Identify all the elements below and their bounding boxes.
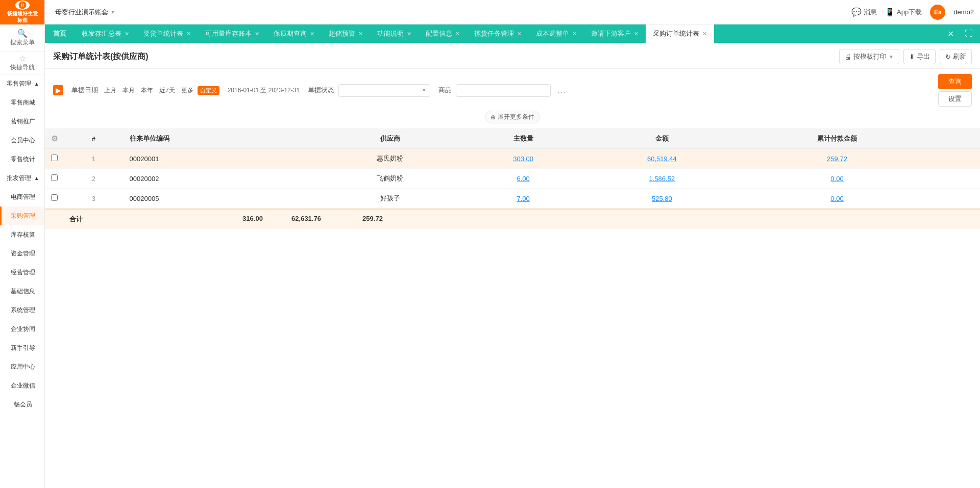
message-label: 消息 [864,8,877,17]
user-avatar[interactable]: Ea [930,5,945,20]
tab-home-label: 首页 [53,29,66,38]
footer-amount: 62,631.76 [278,215,334,224]
sidebar-item-operations[interactable]: 经营管理 [0,263,44,282]
date-custom-badge[interactable]: 自定义 [198,86,219,95]
sidebar-item-ecommerce[interactable]: 电商管理 [0,188,44,207]
table-row: 3 00020005 好孩子 7.00 525.80 0.00 [45,189,980,209]
close-tab-icon[interactable]: ✕ [702,31,707,37]
table-header-extra [934,129,980,149]
tab-kuyongliang[interactable]: 可用量库存账本 ✕ [198,24,266,43]
sidebar-item-label: 批发管理 [7,174,31,182]
goods-more-dots[interactable]: … [555,85,568,96]
sidebar-item-retail-mgmt[interactable]: 零售管理 ▲ [0,74,44,93]
tab-shoufacun[interactable]: 收发存汇总表 ✕ [75,24,136,43]
data-table: ⚙ # 往来单位编码 供应商 主数量 金额 累计付款金额 1 [45,129,980,209]
sidebar: 畅捷通好生意 标图 🔍 搜索菜单 ☆ 快捷导航 零售管理 ▲ 零售商城 营销推广… [0,0,45,488]
row-code: 00020001 [124,149,318,169]
tab-chaoyujing[interactable]: 超储预警 ✕ [322,24,370,43]
tab-jianhuo[interactable]: 拣货任务管理 ✕ [467,24,529,43]
goods-filter-label: 商品 [438,86,452,95]
row-paid: 0.00 [740,189,935,209]
sidebar-item-weixin[interactable]: 企业微信 [0,376,44,395]
filter-group-daterange: 2016-01-01 至 2023-12-31 [228,86,300,95]
sidebar-item-retail-shop[interactable]: 零售商城 [0,93,44,112]
date-shortcut-7days[interactable]: 近7天 [157,85,177,96]
export-label: 导出 [917,52,930,61]
date-shortcut-this-year[interactable]: 本年 [139,85,155,96]
sidebar-item-marketing[interactable]: 营销推广 [0,112,44,131]
row-checkbox[interactable] [45,189,64,209]
tab-close-all-icon[interactable]: ✕ [943,27,958,41]
table-header-code: 往来单位编码 [124,129,318,149]
tab-peizhi[interactable]: 配置信息 ✕ [419,24,467,43]
user-name[interactable]: demo2 [953,8,974,16]
close-tab-icon[interactable]: ✕ [634,31,639,37]
export-button[interactable]: ⬇ 导出 [903,49,936,64]
close-tab-icon[interactable]: ✕ [186,31,191,37]
status-select[interactable] [338,84,430,97]
workspace-selector[interactable]: 母婴行业演示账套 ▼ [51,6,119,19]
message-action[interactable]: 💬 消息 [851,7,877,17]
status-select-wrap [338,84,430,97]
date-shortcut-last-month[interactable]: 上月 [102,85,118,96]
filter-row-main: ▶ 单据日期 上月 本月 本年 近7天 更多 自定义 2016-01-01 至 … [53,74,972,107]
tab-yaoqing[interactable]: 邀请下游客户 ✕ [584,24,646,43]
expand-more-row: ⊕ 展开更多条件 [53,111,972,123]
refresh-button[interactable]: ↻ 刷新 [940,49,972,64]
close-tab-icon[interactable]: ✕ [125,31,129,37]
row-code: 00020005 [124,189,318,209]
sidebar-item-inventory[interactable]: 库存核算 [0,225,44,244]
print-button[interactable]: 🖨 按模板打印 ▼ [839,49,899,64]
query-button[interactable]: 查询 [938,74,972,89]
app-download-action[interactable]: 📱 App下载 [885,8,922,17]
row-checkbox[interactable] [45,169,64,189]
sidebar-quick-nav[interactable]: ☆ 快捷导航 [0,52,44,74]
close-tab-icon[interactable]: ✕ [455,31,460,37]
close-tab-icon[interactable]: ✕ [310,31,314,37]
tab-chengben[interactable]: 成本调整单 ✕ [529,24,584,43]
tab-label: 超储预警 [329,29,355,38]
row-num: 1 [64,149,124,169]
tab-baozhi[interactable]: 保质期查询 ✕ [266,24,322,43]
expand-more-button[interactable]: ⊕ 展开更多条件 [485,111,540,123]
tab-gongneng[interactable]: 功能说明 ✕ [370,24,419,43]
filter-toggle-button[interactable]: ▶ [53,85,63,95]
table-row: 2 00020002 飞鹤奶粉 6.00 1,586.52 0.00 [45,169,980,189]
tab-caigou-active[interactable]: 采购订单统计表 ✕ [646,24,714,43]
sidebar-item-member2[interactable]: 畅会员 [0,395,44,414]
sidebar-item-app-center[interactable]: 应用中心 [0,357,44,376]
setting-button[interactable]: 设置 [938,91,972,107]
sidebar-search[interactable]: 🔍 搜索菜单 [0,24,44,52]
close-tab-icon[interactable]: ✕ [407,31,411,37]
row-checkbox[interactable] [45,149,64,169]
tab-yaohuo[interactable]: 要货单统计表 ✕ [136,24,198,43]
close-tab-icon[interactable]: ✕ [255,31,259,37]
close-tab-icon[interactable]: ✕ [572,31,577,37]
sidebar-item-system[interactable]: 系统管理 [0,301,44,320]
sidebar-item-retail-stats[interactable]: 零售统计 [0,150,44,169]
tab-label: 成本调整单 [536,29,569,38]
sidebar-item-wholesale[interactable]: 批发管理 ▲ [0,169,44,188]
expand-icon: ▲ [34,175,39,181]
sidebar-item-guide[interactable]: 新手引导 [0,339,44,357]
print-icon: 🖨 [845,53,851,61]
gear-settings-icon[interactable]: ⚙ [51,134,58,143]
expand-more-label: 展开更多条件 [498,113,534,121]
tab-maximize-icon[interactable]: ⛶ [962,27,976,41]
close-tab-icon[interactable]: ✕ [358,31,363,37]
sidebar-item-finance[interactable]: 资金管理 [0,244,44,263]
table-header-num: # [64,129,124,149]
sidebar-item-purchase[interactable]: 采购管理 [0,207,44,225]
table-header-gear: ⚙ [45,129,64,149]
sidebar-item-member[interactable]: 会员中心 [0,131,44,150]
filter-actions: 查询 设置 [938,74,972,107]
date-shortcut-this-month[interactable]: 本月 [120,85,137,96]
tab-home[interactable]: 首页 [45,24,75,43]
sidebar-item-label: 库存核算 [11,231,35,238]
sidebar-item-collab[interactable]: 企业协同 [0,320,44,339]
sidebar-item-basic-info[interactable]: 基础信息 [0,282,44,301]
sidebar-item-label: 经营管理 [11,269,35,276]
close-tab-icon[interactable]: ✕ [517,31,522,37]
date-shortcut-more[interactable]: 更多 [179,85,195,96]
goods-input[interactable] [456,84,551,97]
